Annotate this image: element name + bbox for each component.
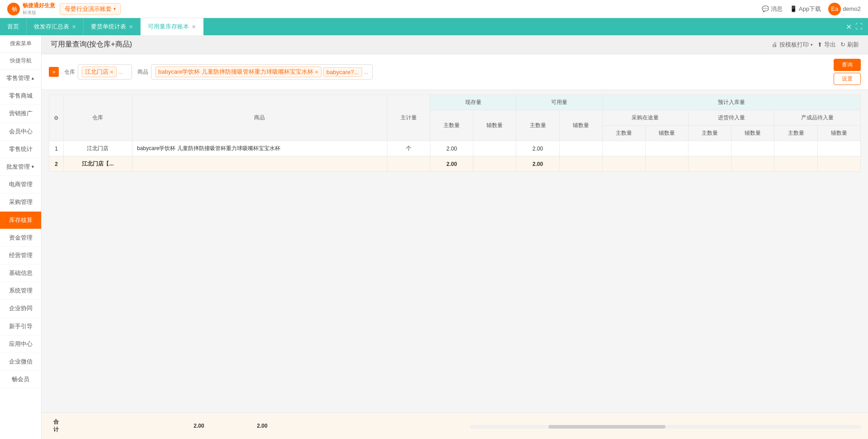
- sidebar: 搜索菜单 快捷导航 零售管理 ▲ 零售商城 营销推广 会员中心 零售统计 批发管…: [0, 35, 42, 439]
- export-btn[interactable]: ⬆ 导出: [817, 41, 836, 49]
- col-purchase-main-header: 主数量: [602, 126, 645, 141]
- product-tag-1-close[interactable]: ✕: [315, 70, 318, 75]
- row-production-aux: [817, 156, 860, 172]
- tab-home-label: 首页: [7, 23, 19, 31]
- col-available-group-header: 可用量: [516, 95, 602, 110]
- tab-home[interactable]: 首页: [0, 18, 27, 35]
- nav-tabs-right: ✕ ⛶: [846, 18, 868, 35]
- sidebar-item-member[interactable]: 会员中心: [0, 123, 41, 141]
- sidebar-item-system[interactable]: 系统管理: [0, 282, 41, 300]
- tab-receipts-close[interactable]: ✕: [72, 24, 76, 30]
- sidebar-item-guide[interactable]: 新手引导: [0, 318, 41, 335]
- row-incoming-main: [689, 156, 731, 172]
- footer-empty-3: [154, 416, 181, 435]
- sidebar-item-inventory[interactable]: 库存核算: [0, 212, 41, 229]
- row-production-main: [774, 156, 817, 172]
- sidebar-item-retail-mgmt-label: 零售管理: [6, 74, 30, 82]
- sidebar-item-finance[interactable]: 资金管理: [0, 229, 41, 247]
- warehouse-input[interactable]: 江北门店 ✕ ...: [78, 64, 132, 80]
- sidebar-item-app-center[interactable]: 应用中心: [0, 335, 41, 353]
- sidebar-item-retail-mgmt[interactable]: 零售管理 ▲: [0, 70, 41, 87]
- industry-select[interactable]: 母婴行业演示账套 ▾: [60, 3, 121, 15]
- settings-button[interactable]: 设置: [834, 73, 861, 85]
- footer-p-aux: [335, 416, 362, 435]
- print-icon: 🖨: [772, 41, 778, 48]
- scrollbar-track: [470, 425, 861, 429]
- row-warehouse: 江北门店: [64, 141, 132, 156]
- row-stock-main: 2.00: [430, 156, 473, 172]
- sidebar-item-wholesale-mgmt[interactable]: 批发管理 ▼: [0, 158, 41, 176]
- logo-main-text: 畅捷通好生意: [23, 2, 55, 9]
- product-tag-1: babycare学饮杯 儿童防摔防撞吸管杯重力球吸嘴杯宝宝水杯 ✕: [155, 66, 321, 77]
- sidebar-item-basic-info[interactable]: 基础信息: [0, 264, 41, 282]
- footer-empty-2: [63, 416, 154, 435]
- tab-order-stats-close[interactable]: ✕: [129, 24, 133, 30]
- sidebar-item-retail-stats[interactable]: 零售统计: [0, 141, 41, 158]
- main-layout: 搜索菜单 快捷导航 零售管理 ▲ 零售商城 营销推广 会员中心 零售统计 批发管…: [0, 35, 868, 439]
- logo-icon: 畅: [7, 3, 20, 15]
- tab-order-stats[interactable]: 要货单统计表 ✕: [84, 18, 141, 35]
- sidebar-item-operations[interactable]: 经营管理: [0, 247, 41, 264]
- sidebar-item-inventory-label: 库存核算: [9, 217, 33, 223]
- sidebar-item-ecommerce[interactable]: 电商管理: [0, 176, 41, 194]
- warehouse-tag-close[interactable]: ✕: [110, 70, 113, 75]
- sidebar-item-wholesale-mgmt-label: 批发管理: [6, 163, 30, 171]
- tab-receipts[interactable]: 收发存汇总表 ✕: [27, 18, 84, 35]
- product-tag-2: babycare?...: [323, 67, 362, 77]
- sidebar-item-member-label: 会员中心: [9, 128, 33, 135]
- footer-i-aux: [389, 416, 416, 435]
- footer-pr-main: [416, 416, 443, 435]
- top-bar-right: 💬 消息 📱 App下载 Ea demo2: [762, 3, 861, 15]
- sidebar-item-retail-mall-label: 零售商城: [9, 92, 33, 99]
- footer-stock-main: 2.00: [181, 416, 217, 435]
- page-actions: 🖨 按模板打印 ▾ ⬆ 导出 ↻ 刷新: [772, 41, 859, 49]
- sidebar-item-marketing[interactable]: 营销推广: [0, 105, 41, 123]
- col-production-aux-header: 辅数量: [817, 126, 860, 141]
- download-action[interactable]: 📱 App下载: [790, 5, 821, 13]
- row-production-aux: [817, 141, 860, 156]
- product-more-icon[interactable]: ...: [364, 69, 368, 75]
- sidebar-quick-nav-btn[interactable]: 快捷导航: [4, 54, 38, 67]
- sidebar-item-enterprise-wechat[interactable]: 企业微信: [0, 353, 41, 371]
- warehouse-tag-text: 江北门店: [85, 68, 108, 76]
- tab-available-stock[interactable]: 可用量库存账本 ✕: [141, 18, 203, 35]
- sidebar-item-purchase[interactable]: 采购管理: [0, 194, 41, 211]
- query-button[interactable]: 查询: [834, 59, 861, 71]
- warehouse-more-icon[interactable]: ...: [118, 69, 123, 75]
- table-footer: 合计 2.00 2.00: [42, 412, 868, 439]
- table-area: ⚙ 仓库 商品 主计量 现存量 可用量 预计入库量 主数量 辅数量 主数量 辅数…: [42, 90, 868, 412]
- product-tag-1-text: babycare学饮杯 儿童防摔防撞吸管杯重力球吸嘴杯宝宝水杯: [158, 68, 313, 76]
- logo-sub-text: 标准版: [23, 9, 55, 16]
- col-settings-icon[interactable]: ⚙: [49, 95, 64, 141]
- sidebar-item-retail-mall[interactable]: 零售商城: [0, 87, 41, 105]
- col-incoming-aux-header: 辅数量: [731, 126, 774, 141]
- sidebar-item-enterprise[interactable]: 企业协同: [0, 300, 41, 317]
- refresh-btn[interactable]: ↻ 刷新: [840, 41, 859, 49]
- top-bar: 畅 畅捷通好生意 标准版 母婴行业演示账套 ▾ 💬 消息 📱 App下载 Ea …: [0, 0, 868, 18]
- filter-expand-btn[interactable]: »: [49, 67, 59, 77]
- avatar-text: Ea: [831, 5, 838, 12]
- col-stock-aux-header: 辅数量: [473, 110, 516, 141]
- sidebar-item-app-center-label: 应用中心: [9, 340, 33, 347]
- row-stock-aux: [473, 141, 516, 156]
- message-icon: 💬: [762, 5, 769, 12]
- svg-text:畅: 畅: [12, 5, 17, 11]
- sidebar-item-enterprise-label: 企业协同: [9, 305, 33, 312]
- sidebar-search-btn[interactable]: 搜索菜单: [4, 38, 38, 49]
- product-input[interactable]: babycare学饮杯 儿童防摔防撞吸管杯重力球吸嘴杯宝宝水杯 ✕ babyca…: [151, 64, 373, 80]
- col-purchase-aux-header: 辅数量: [645, 126, 688, 141]
- page-title: 可用量查询(按仓库+商品): [51, 40, 132, 49]
- message-action[interactable]: 💬 消息: [762, 5, 783, 13]
- close-window-icon[interactable]: ✕: [846, 23, 852, 31]
- user-action[interactable]: Ea demo2: [828, 3, 861, 15]
- expand-icon[interactable]: ⛶: [855, 23, 863, 31]
- footer-available-main: 2.00: [244, 416, 280, 435]
- warehouse-label: 仓库: [64, 68, 75, 76]
- print-btn[interactable]: 🖨 按模板打印 ▾: [772, 41, 813, 49]
- scrollbar-thumb[interactable]: [548, 425, 665, 429]
- total-row: 合计 2.00 2.00: [49, 416, 470, 435]
- row-purchase-aux: [645, 141, 688, 156]
- sidebar-item-vip[interactable]: 畅会员: [0, 371, 41, 388]
- tab-available-stock-close[interactable]: ✕: [192, 24, 196, 30]
- sidebar-item-marketing-label: 营销推广: [9, 110, 33, 117]
